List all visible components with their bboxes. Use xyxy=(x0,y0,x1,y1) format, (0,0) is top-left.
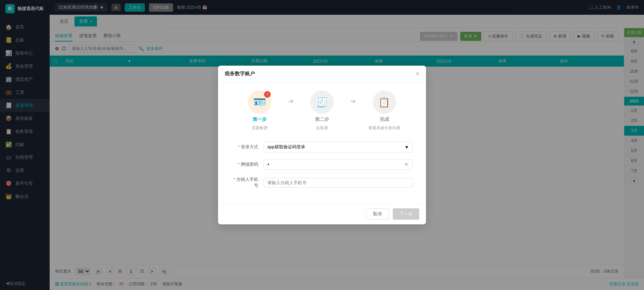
step-2-label: 第二步 xyxy=(315,117,329,123)
step-2-desc: 去取票 xyxy=(316,125,328,131)
login-method-control: app获取验证码登录 ▼ xyxy=(264,142,413,152)
step-complete-desc: 查看具体任务结果 xyxy=(368,125,400,131)
required-mark-3: * xyxy=(233,177,235,182)
login-method-label: * 登录方式 xyxy=(231,144,258,150)
modal-body: 🪪 ! 第一步 完善账密 ➔ 🧾 第二步 去取票 xyxy=(218,82,426,203)
step-complete-icon: 📋 xyxy=(378,97,390,108)
password-field-wrap: 👁 xyxy=(264,159,413,170)
select-dropdown-icon: ▼ xyxy=(405,145,409,150)
modal-header: 税务数字账户 × xyxy=(218,66,426,82)
step-2: 🧾 第二步 去取票 xyxy=(294,90,351,131)
eye-icon[interactable]: 👁 xyxy=(405,162,409,167)
tax-account-modal: 税务数字账户 × 🪪 ! 第一步 完善账密 ➔ xyxy=(218,66,426,224)
required-mark: * xyxy=(238,144,239,149)
phone-row: * 办税人手机号 xyxy=(231,176,413,189)
step-arrow-1: ➔ xyxy=(288,90,294,105)
step-2-icon-wrap: 🧾 xyxy=(310,90,334,114)
step-1-badge: ! xyxy=(264,91,271,98)
step-1-icon: 🪪 xyxy=(253,96,266,108)
step-1-icon-wrap: 🪪 ! xyxy=(248,90,271,114)
login-method-select[interactable]: app获取验证码登录 ▼ xyxy=(264,142,413,152)
password-control: 👁 xyxy=(264,159,413,170)
login-method-value: app获取验证码登录 xyxy=(267,144,305,150)
modal-footer: 取消 下一步 xyxy=(218,203,426,224)
step-complete-label: 完成 xyxy=(380,117,389,123)
phone-control xyxy=(264,178,413,188)
step-1: 🪪 ! 第一步 完善账密 xyxy=(231,90,288,131)
step-1-desc: 完善账密 xyxy=(252,125,268,131)
step-1-label: 第一步 xyxy=(253,117,267,123)
step-complete: 📋 完成 查看具体任务结果 xyxy=(356,90,413,131)
password-label: * 网报密码 xyxy=(231,161,258,167)
phone-label: * 办税人手机号 xyxy=(231,176,258,189)
phone-input[interactable] xyxy=(264,178,413,188)
modal-title: 税务数字账户 xyxy=(225,71,255,77)
step-2-icon: 🧾 xyxy=(316,97,328,108)
password-input[interactable] xyxy=(267,161,402,167)
modal-overlay: 税务数字账户 × 🪪 ! 第一步 完善账密 ➔ xyxy=(0,0,644,290)
cancel-button[interactable]: 取消 xyxy=(366,208,389,220)
modal-close-btn[interactable]: × xyxy=(416,70,419,77)
required-mark-2: * xyxy=(238,162,239,167)
step-complete-icon-wrap: 📋 xyxy=(373,90,396,114)
next-button[interactable]: 下一步 xyxy=(393,208,419,220)
password-row: * 网报密码 👁 xyxy=(231,159,413,170)
steps-indicator: 🪪 ! 第一步 完善账密 ➔ 🧾 第二步 去取票 xyxy=(231,90,413,131)
step-arrow-2: ➔ xyxy=(350,90,356,105)
login-method-row: * 登录方式 app获取验证码登录 ▼ xyxy=(231,142,413,152)
